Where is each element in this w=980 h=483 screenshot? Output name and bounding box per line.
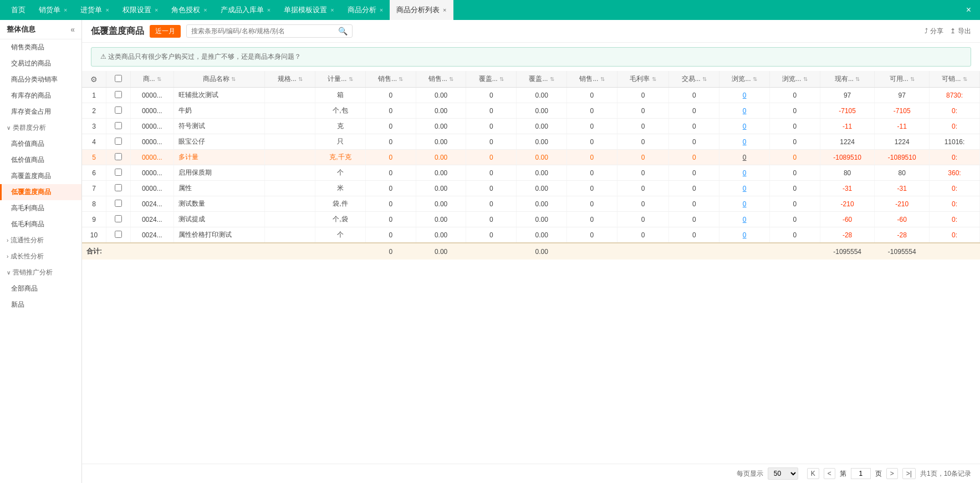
row-browse1[interactable]: 0 bbox=[719, 88, 770, 103]
nav-home[interactable]: 首页 bbox=[4, 0, 32, 20]
col-browse1[interactable]: 浏览... ⇅ bbox=[719, 71, 770, 88]
sidebar-group-growth[interactable]: › 成长性分析 bbox=[0, 248, 81, 265]
row-checkbox[interactable] bbox=[106, 119, 130, 134]
col-gross-margin[interactable]: 毛利率 ⇅ bbox=[617, 71, 669, 88]
sidebar-item-stocked-goods[interactable]: 有库存的商品 bbox=[0, 88, 81, 104]
sidebar-item-sales-goods[interactable]: 销售类商品 bbox=[0, 39, 81, 55]
page-size-select[interactable]: 50 20 100 200 bbox=[768, 467, 798, 480]
date-filter-button[interactable]: 近一月 bbox=[150, 25, 181, 38]
row-current-qty: -31 bbox=[820, 181, 875, 196]
export-button[interactable]: ↥ 导出 bbox=[950, 27, 971, 36]
share-button[interactable]: ⤴ 分享 bbox=[925, 27, 943, 36]
col-name[interactable]: 商品名称 ⇅ bbox=[173, 71, 265, 88]
nav-sales[interactable]: 销货单 × bbox=[32, 0, 74, 20]
row-browse1[interactable]: 0 bbox=[719, 227, 770, 243]
nav-templates-close[interactable]: × bbox=[330, 7, 334, 13]
nav-purchase-close[interactable]: × bbox=[105, 7, 109, 13]
col-sales-rate[interactable]: 销售... ⇅ bbox=[567, 71, 617, 88]
nav-purchase[interactable]: 进货单 × bbox=[74, 0, 115, 20]
sidebar-item-high-value[interactable]: 高价值商品 bbox=[0, 136, 81, 152]
row-sales-amount: 0.00 bbox=[416, 150, 466, 165]
table-container[interactable]: ⚙ 商... ⇅ 商品名称 ⇅ 规格... ⇅ 计量... ⇅ 销售... ⇅ … bbox=[82, 71, 980, 464]
nav-templates[interactable]: 单据模板设置 × bbox=[277, 0, 340, 20]
settings-icon[interactable]: ⚙ bbox=[90, 75, 98, 84]
prev-page-button[interactable]: < bbox=[824, 468, 835, 479]
row-browse1[interactable]: 0 bbox=[719, 165, 770, 181]
col-spec[interactable]: 规格... ⇅ bbox=[265, 71, 315, 88]
nav-analysis-list[interactable]: 商品分析列表 × bbox=[390, 0, 453, 20]
col-checkbox[interactable] bbox=[106, 71, 130, 88]
row-checkbox[interactable] bbox=[106, 212, 130, 227]
row-code: 0024... bbox=[130, 227, 173, 243]
row-browse1[interactable]: 0 bbox=[719, 134, 770, 150]
nav-products-close[interactable]: × bbox=[267, 7, 270, 13]
search-icon[interactable]: 🔍 bbox=[338, 27, 348, 35]
sidebar-item-high-margin[interactable]: 高毛利商品 bbox=[0, 200, 81, 216]
col-current-qty[interactable]: 现有... ⇅ bbox=[820, 71, 875, 88]
sidebar-group-flow[interactable]: › 流通性分析 bbox=[0, 232, 81, 248]
last-page-button[interactable]: >| bbox=[902, 468, 916, 479]
sort-sales-amount-icon: ⇅ bbox=[449, 76, 453, 82]
col-sales-amount[interactable]: 销售... ⇅ bbox=[416, 71, 466, 88]
row-checkbox[interactable] bbox=[106, 103, 130, 119]
row-checkbox[interactable] bbox=[106, 165, 130, 181]
row-browse1[interactable]: 0 bbox=[719, 103, 770, 119]
col-coverage2[interactable]: 覆盖... ⇅ bbox=[517, 71, 567, 88]
page-input[interactable] bbox=[851, 468, 871, 479]
sidebar-item-traded-goods[interactable]: 交易过的商品 bbox=[0, 55, 81, 72]
col-transaction[interactable]: 交易... ⇅ bbox=[669, 71, 719, 88]
row-browse1[interactable]: 0 bbox=[719, 212, 770, 227]
col-coverage1[interactable]: 覆盖... ⇅ bbox=[466, 71, 517, 88]
sidebar-collapse-btn[interactable]: « bbox=[70, 25, 75, 34]
row-coverage1: 0 bbox=[466, 181, 517, 196]
nav-analysis[interactable]: 商品分析 × bbox=[341, 0, 390, 20]
row-checkbox[interactable] bbox=[106, 181, 130, 196]
col-unit[interactable]: 计量... ⇅ bbox=[315, 71, 366, 88]
search-input[interactable] bbox=[191, 27, 336, 35]
row-checkbox[interactable] bbox=[106, 227, 130, 243]
nav-permissions[interactable]: 权限设置 × bbox=[116, 0, 165, 20]
nav-products[interactable]: 产成品入库单 × bbox=[214, 0, 277, 20]
col-code[interactable]: 商... ⇅ bbox=[130, 71, 173, 88]
nav-roles[interactable]: 角色授权 × bbox=[165, 0, 213, 20]
nav-close-all-btn[interactable]: × bbox=[962, 5, 976, 15]
sidebar-item-low-coverage[interactable]: 低覆盖度商品 bbox=[0, 184, 81, 200]
sidebar-item-high-coverage[interactable]: 高覆盖度商品 bbox=[0, 168, 81, 184]
nav-analysis-list-close[interactable]: × bbox=[443, 7, 446, 13]
row-checkbox[interactable] bbox=[106, 196, 130, 212]
sidebar-group-marketing[interactable]: ∨ 营销推广分析 bbox=[0, 265, 81, 281]
nav-analysis-close[interactable]: × bbox=[380, 7, 383, 13]
row-sales-amount: 0.00 bbox=[416, 196, 466, 212]
col-settings[interactable]: ⚙ bbox=[82, 71, 106, 88]
sort-sales-qty-icon: ⇅ bbox=[399, 76, 403, 82]
row-checkbox[interactable] bbox=[106, 88, 130, 103]
sidebar-group-coverage[interactable]: ∨ 类群度分析 bbox=[0, 120, 81, 136]
select-all-checkbox[interactable] bbox=[115, 75, 122, 82]
nav-roles-close[interactable]: × bbox=[203, 7, 207, 13]
sidebar-item-new-goods[interactable]: 新品 bbox=[0, 297, 81, 313]
row-transaction: 0 bbox=[669, 212, 719, 227]
row-browse1[interactable]: 0 bbox=[719, 181, 770, 196]
sidebar-item-category-rate[interactable]: 商品分类动销率 bbox=[0, 72, 81, 88]
col-saleable[interactable]: 可销... ⇅ bbox=[930, 71, 980, 88]
header-actions: ⤴ 分享 ↥ 导出 bbox=[925, 27, 971, 36]
sidebar-item-low-value[interactable]: 低价值商品 bbox=[0, 152, 81, 168]
row-sales-rate: 0 bbox=[567, 181, 617, 196]
col-sales-qty[interactable]: 销售... ⇅ bbox=[365, 71, 416, 88]
sidebar-item-low-margin[interactable]: 低毛利商品 bbox=[0, 216, 81, 232]
row-browse1[interactable]: 0 bbox=[719, 119, 770, 134]
sidebar-item-all-goods[interactable]: 全部商品 bbox=[0, 281, 81, 297]
row-sales-amount: 0.00 bbox=[416, 134, 466, 150]
row-browse1[interactable]: 0 bbox=[719, 196, 770, 212]
nav-permissions-close[interactable]: × bbox=[155, 7, 158, 13]
row-checkbox[interactable] bbox=[106, 150, 130, 165]
row-browse1[interactable]: 0 bbox=[719, 150, 770, 165]
next-page-button[interactable]: > bbox=[886, 468, 898, 479]
nav-sales-close[interactable]: × bbox=[64, 7, 67, 13]
sidebar-item-inventory-capital[interactable]: 库存资金占用 bbox=[0, 104, 81, 120]
col-browse2[interactable]: 浏览... ⇅ bbox=[770, 71, 820, 88]
first-page-button[interactable]: K bbox=[807, 468, 819, 479]
col-available-qty[interactable]: 可用... ⇅ bbox=[875, 71, 930, 88]
page-size-label: 每页显示 bbox=[737, 469, 763, 479]
row-checkbox[interactable] bbox=[106, 134, 130, 150]
